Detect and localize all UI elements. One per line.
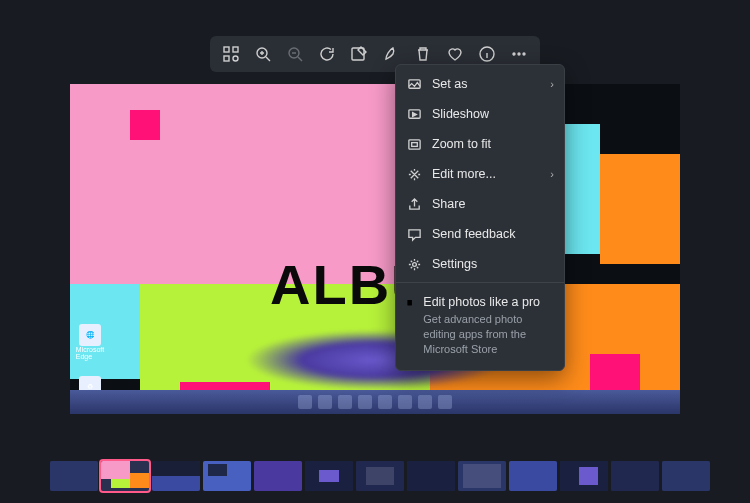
menu-item-label: Send feedback — [432, 227, 515, 241]
more-options-menu: Set as › Slideshow Zoom to fit Edit more… — [395, 64, 565, 371]
menu-item-slideshow[interactable]: Slideshow — [396, 99, 564, 129]
menu-item-zoom-fit[interactable]: Zoom to fit — [396, 129, 564, 159]
zoom-fit-icon — [406, 136, 422, 152]
menu-item-share[interactable]: Share — [396, 189, 564, 219]
thumbnail[interactable] — [152, 461, 200, 491]
thumbnail[interactable] — [509, 461, 557, 491]
menu-separator — [396, 282, 564, 283]
share-icon — [406, 196, 422, 212]
svg-rect-0 — [224, 47, 229, 52]
thumbnail[interactable] — [356, 461, 404, 491]
zoom-in-icon[interactable] — [248, 40, 278, 68]
thumbnail[interactable] — [458, 461, 506, 491]
thumbnail[interactable] — [662, 461, 710, 491]
svg-rect-2 — [224, 56, 229, 61]
chevron-right-icon: › — [550, 78, 554, 90]
taskbar — [70, 390, 680, 414]
color-block — [600, 154, 680, 264]
svg-rect-16 — [407, 300, 412, 305]
edit-image-icon[interactable] — [344, 40, 374, 68]
svg-point-10 — [523, 53, 525, 55]
thumbnail[interactable] — [203, 461, 251, 491]
rotate-icon[interactable] — [312, 40, 342, 68]
slideshow-icon — [406, 106, 422, 122]
svg-rect-1 — [233, 47, 238, 52]
zoom-out-icon[interactable] — [280, 40, 310, 68]
thumbnail[interactable] — [560, 461, 608, 491]
menu-item-label: Zoom to fit — [432, 137, 491, 151]
promo-subtitle: Get advanced photo editing apps from the… — [423, 312, 552, 357]
thumbnail-strip — [50, 461, 710, 491]
svg-point-8 — [513, 53, 515, 55]
desktop-icon-edge: 🌐Microsoft Edge — [76, 324, 104, 360]
menu-promo[interactable]: Edit photos like a pro Get advanced phot… — [396, 286, 564, 366]
menu-item-edit-more[interactable]: Edit more... › — [396, 159, 564, 189]
menu-item-feedback[interactable]: Send feedback — [396, 219, 564, 249]
thumbnail[interactable] — [254, 461, 302, 491]
menu-item-settings[interactable]: Settings — [396, 249, 564, 279]
svg-point-9 — [518, 53, 520, 55]
svg-point-15 — [412, 262, 416, 266]
color-block — [130, 110, 160, 140]
svg-rect-14 — [411, 142, 417, 146]
svg-rect-13 — [408, 139, 419, 148]
thumbnail[interactable] — [305, 461, 353, 491]
promo-title: Edit photos like a pro — [423, 294, 552, 311]
menu-item-set-as[interactable]: Set as › — [396, 69, 564, 99]
thumbnail[interactable] — [611, 461, 659, 491]
store-icon — [406, 294, 413, 310]
image-viewport[interactable]: ALBU 🌐Microsoft Edge ♻Recycle Bin — [70, 84, 680, 414]
edit-more-icon — [406, 166, 422, 182]
apps-icon[interactable] — [216, 40, 246, 68]
thumbnail[interactable] — [50, 461, 98, 491]
set-as-icon — [406, 76, 422, 92]
menu-item-label: Share — [432, 197, 465, 211]
svg-point-3 — [233, 56, 238, 61]
menu-item-label: Slideshow — [432, 107, 489, 121]
settings-icon — [406, 256, 422, 272]
chevron-right-icon: › — [550, 168, 554, 180]
thumbnail[interactable] — [407, 461, 455, 491]
menu-item-label: Settings — [432, 257, 477, 271]
menu-item-label: Set as — [432, 77, 467, 91]
thumbnail[interactable] — [101, 461, 149, 491]
feedback-icon — [406, 226, 422, 242]
menu-item-label: Edit more... — [432, 167, 496, 181]
